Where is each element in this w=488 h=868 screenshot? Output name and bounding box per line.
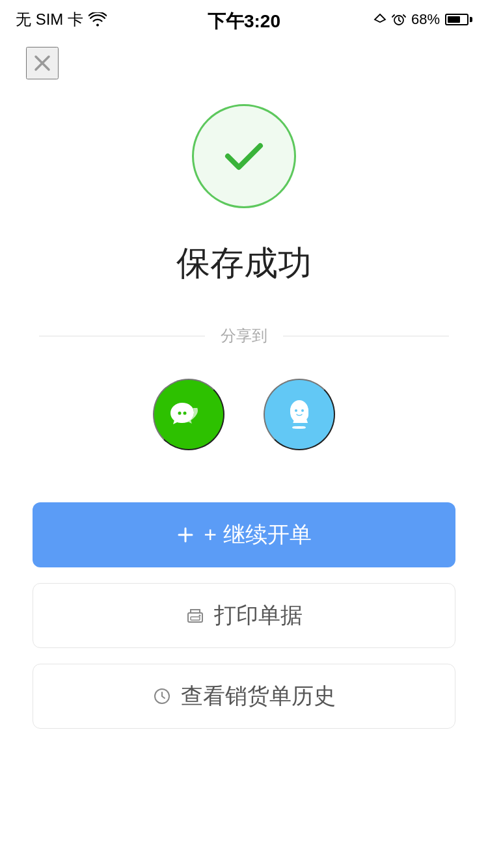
checkmark-icon <box>218 130 270 182</box>
success-icon-circle <box>192 104 296 208</box>
share-icons-row <box>153 379 335 450</box>
view-history-button[interactable]: 查看销货单历史 <box>33 664 455 729</box>
wechat-icon <box>168 394 210 435</box>
success-title: 保存成功 <box>176 241 312 286</box>
wechat-share-button[interactable] <box>153 379 224 450</box>
status-time: 下午3:20 <box>208 9 280 34</box>
svg-rect-9 <box>191 617 200 620</box>
battery-percent: 68% <box>411 11 440 28</box>
plus-icon <box>176 526 195 544</box>
action-buttons: + 继续开单 打印单据 查看销货单历史 <box>0 502 488 729</box>
battery-icon <box>445 14 472 25</box>
svg-point-7 <box>301 409 304 412</box>
carrier-text: 无 SIM 卡 <box>16 9 83 30</box>
continue-order-label: + 继续开单 <box>204 520 311 550</box>
status-right: 68% <box>373 11 472 28</box>
continue-order-button[interactable]: + 继续开单 <box>33 502 455 567</box>
divider-line-left <box>39 336 205 336</box>
main-content: 保存成功 分享到 <box>0 39 488 729</box>
divider-line-right <box>283 336 449 336</box>
print-receipt-button[interactable]: 打印单据 <box>33 583 455 648</box>
view-history-label: 查看销货单历史 <box>181 681 336 711</box>
svg-point-3 <box>183 412 187 415</box>
svg-point-6 <box>295 409 297 412</box>
alarm-icon <box>392 12 406 27</box>
location-icon <box>373 13 386 26</box>
print-receipt-label: 打印单据 <box>214 601 303 631</box>
status-left: 无 SIM 卡 <box>16 9 107 30</box>
printer-icon <box>185 606 205 625</box>
qq-share-button[interactable] <box>264 379 335 450</box>
svg-point-2 <box>178 412 182 415</box>
share-label: 分享到 <box>205 325 283 346</box>
close-button[interactable] <box>26 47 59 79</box>
qq-icon <box>278 394 320 435</box>
history-icon <box>152 686 172 706</box>
share-divider: 分享到 <box>0 325 488 346</box>
status-bar: 无 SIM 卡 下午3:20 68% <box>0 0 488 39</box>
svg-point-10 <box>199 615 201 617</box>
wifi-icon <box>88 12 107 27</box>
